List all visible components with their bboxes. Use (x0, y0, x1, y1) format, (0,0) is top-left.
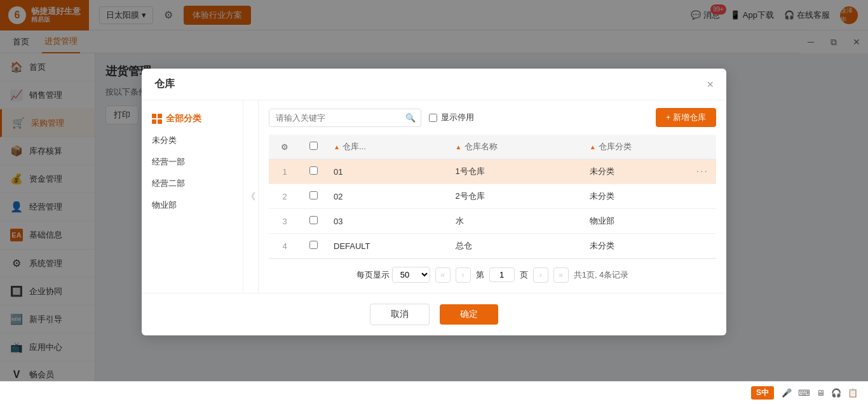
prev-page-button[interactable]: ‹ (456, 267, 471, 283)
row-checkbox-cell (301, 234, 326, 259)
modal-category-property[interactable]: 物业部 (142, 194, 243, 216)
row-name: 1号仓库 (448, 159, 582, 184)
table-row[interactable]: 4 DEFAULT 总仓 未分类 (269, 234, 716, 259)
row-category: 未分类 (582, 234, 716, 259)
row-code: 03 (326, 209, 448, 234)
modal-header: 仓库 × (142, 69, 726, 100)
modal-category-uncategorized[interactable]: 未分类 (142, 130, 243, 151)
th-category-label: 仓库分类 (599, 141, 632, 152)
row-category: 物业部 (582, 209, 716, 234)
row-name: 2号仓库 (448, 184, 582, 209)
page-prefix-label: 第 (476, 269, 484, 281)
show-disabled-toggle[interactable]: 显示停用 (429, 112, 474, 123)
row-checkbox-cell (301, 159, 326, 184)
row-checkbox-cell (301, 184, 326, 209)
modal-category-dept1[interactable]: 经营一部 (142, 151, 243, 173)
modal-all-category[interactable]: 全部分类 (142, 108, 243, 130)
th-code: ▲ 仓库... (326, 135, 448, 159)
bottom-logo: S中 (751, 386, 774, 400)
select-all-checkbox[interactable] (309, 142, 318, 150)
row-code: DEFAULT (326, 234, 448, 259)
clipboard-icon[interactable]: 📋 (848, 388, 858, 398)
row-category: 未分类 (582, 184, 716, 209)
th-category: ▲ 仓库分类 (582, 135, 716, 159)
row-name: 总仓 (448, 234, 582, 259)
th-actions: ⚙ (269, 135, 301, 159)
page-number-input[interactable] (489, 267, 515, 282)
row-checkbox[interactable] (309, 166, 318, 175)
per-page-select[interactable]: 50 20 100 (392, 267, 430, 283)
row-num: 4 (269, 234, 301, 259)
sort-icon-code[interactable]: ▲ (334, 144, 340, 151)
microphone-icon[interactable]: 🎤 (782, 388, 792, 398)
search-input[interactable] (269, 109, 400, 126)
row-num: 3 (269, 209, 301, 234)
last-page-button[interactable]: » (553, 267, 569, 283)
row-num: 1 (269, 159, 301, 184)
sort-icon-category[interactable]: ▲ (590, 144, 596, 151)
page-unit-label: 页 (520, 269, 528, 281)
row-name: 水 (448, 209, 582, 234)
table-row[interactable]: 1 01 1号仓库 未分类 ··· (269, 159, 716, 184)
per-page-label: 每页显示 (356, 269, 390, 281)
th-name-label: 仓库名称 (465, 141, 498, 152)
warehouse-modal: 仓库 × 全部分类 未分类 经营一部 经营二部 物业部 (142, 69, 726, 335)
grid-icon (152, 114, 162, 124)
th-code-label: 仓库... (342, 141, 366, 152)
modal-toolbar: 🔍 显示停用 + 新增仓库 (269, 108, 716, 127)
add-warehouse-button[interactable]: + 新增仓库 (656, 108, 716, 127)
row-category: 未分类 ··· (582, 159, 716, 184)
row-checkbox[interactable] (309, 241, 318, 249)
row-checkbox[interactable] (309, 216, 318, 224)
row-checkbox[interactable] (309, 191, 318, 199)
total-info: 共1页, 4条记录 (574, 269, 629, 281)
show-disabled-checkbox[interactable] (429, 114, 437, 122)
th-checkbox (301, 135, 326, 159)
sort-icon-name[interactable]: ▲ (456, 144, 462, 151)
modal-title: 仓库 (154, 77, 175, 91)
bottom-icons: 🎤 ⌨ 🖥 🎧 📋 (782, 388, 858, 398)
row-actions-button[interactable]: ··· (696, 166, 709, 177)
modal-category-sidebar: 全部分类 未分类 经营一部 经营二部 物业部 (142, 100, 243, 293)
modal-body: 全部分类 未分类 经营一部 经营二部 物业部 《 🔍 (142, 100, 726, 293)
row-code: 02 (326, 184, 448, 209)
pagination: 每页显示 50 20 100 « ‹ 第 页 › » 共1页, 4条记录 (269, 259, 716, 285)
table-row[interactable]: 2 02 2号仓库 未分类 (269, 184, 716, 209)
modal-main: 🔍 显示停用 + 新增仓库 ⚙ (259, 100, 726, 293)
row-checkbox-cell (301, 209, 326, 234)
show-disabled-label: 显示停用 (441, 112, 474, 123)
screen-icon[interactable]: 🖥 (817, 388, 825, 398)
gear-icon-th: ⚙ (281, 142, 288, 152)
table-header-row: ⚙ ▲ 仓库... (269, 135, 716, 159)
next-page-button[interactable]: › (533, 267, 548, 283)
bottom-bar: S中 🎤 ⌨ 🖥 🎧 📋 (0, 381, 868, 404)
modal-category-dept2[interactable]: 经营二部 (142, 173, 243, 194)
collapse-icon: 《 (247, 191, 255, 203)
per-page-selector: 每页显示 50 20 100 (356, 267, 430, 283)
cancel-button[interactable]: 取消 (370, 304, 430, 325)
row-code: 01 (326, 159, 448, 184)
modal-close-button[interactable]: × (707, 79, 714, 90)
row-num: 2 (269, 184, 301, 209)
sidebar-collapse-button[interactable]: 《 (243, 100, 259, 293)
keyboard-icon[interactable]: ⌨ (798, 388, 810, 398)
first-page-button[interactable]: « (435, 267, 451, 283)
modal-overlay: 仓库 × 全部分类 未分类 经营一部 经营二部 物业部 (0, 0, 868, 404)
headphone-icon[interactable]: 🎧 (831, 388, 841, 398)
all-category-label: 全部分类 (166, 113, 201, 125)
modal-footer: 取消 确定 (142, 293, 726, 335)
th-name: ▲ 仓库名称 (448, 135, 582, 159)
search-box: 🔍 (269, 109, 421, 127)
table-row[interactable]: 3 03 水 物业部 (269, 209, 716, 234)
search-icon[interactable]: 🔍 (400, 113, 421, 123)
warehouse-table: ⚙ ▲ 仓库... (269, 135, 716, 259)
confirm-button[interactable]: 确定 (440, 304, 498, 325)
